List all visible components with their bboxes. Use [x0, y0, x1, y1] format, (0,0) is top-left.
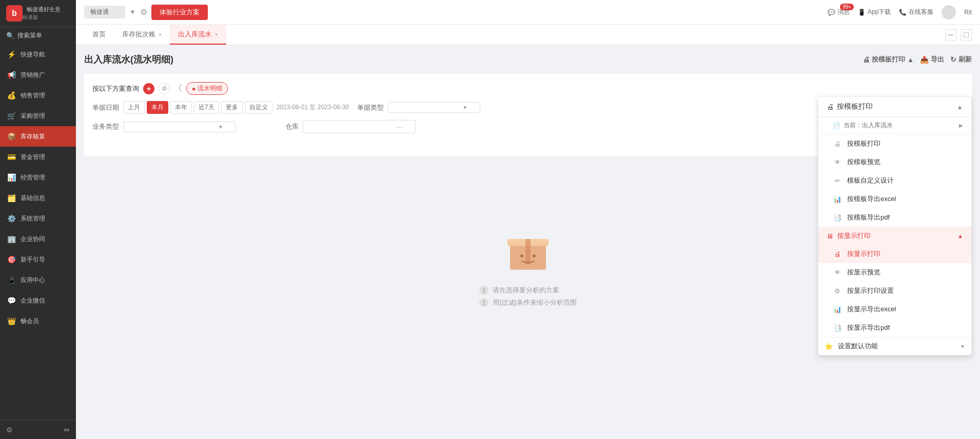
dp-display-preview[interactable]: 👁 按显示预览	[818, 263, 971, 282]
tab-batch-close[interactable]: ×	[159, 31, 162, 37]
sidebar-item-basic[interactable]: 🗂️ 基础信息	[0, 188, 76, 208]
sidebar-item-operations[interactable]: 📊 经营管理	[0, 167, 76, 188]
topbar-gear-icon[interactable]: ⚙	[140, 7, 147, 17]
empty-tips: 1 请先选择要分析的方案 2 用[过滤]条件来缩小分析范围	[479, 286, 576, 310]
date-more-btn[interactable]: 更多	[221, 101, 243, 114]
service-label: 在线客服	[909, 8, 933, 16]
biz-type-arrow-icon: ▼	[218, 124, 223, 130]
dp-display-export-excel[interactable]: 📊 按显示导出excel	[818, 300, 971, 318]
print-dropdown-panel: 🖨 按模板打印 ▲ 📄 当前：出入库流水 ▶ 🖨 按模板打印 👁	[818, 96, 972, 355]
system-icon: ⚙️	[6, 213, 16, 224]
tip-text-2: 用[过滤]条件来缩小分析范围	[493, 298, 576, 307]
logo-sub: 标准版	[23, 14, 61, 21]
dp-display-print-label: 按显示打印	[847, 249, 880, 258]
inventory-icon: 📦	[6, 131, 16, 142]
date-this-month-btn[interactable]: 本月	[147, 101, 168, 114]
dp-display-label: 按显示打印	[837, 231, 871, 241]
tab-bar: 首页 库存批次账 × 出入库流水 × ─ □	[76, 25, 980, 45]
refresh-button[interactable]: ↻ 刷新	[950, 55, 972, 64]
tab-maximize-btn[interactable]: □	[961, 29, 972, 41]
export-button[interactable]: 📤 导出	[920, 55, 944, 64]
warehouse-label: 仓库	[285, 122, 299, 131]
filter-add-btn[interactable]: +	[143, 83, 154, 94]
filter-settings-btn[interactable]: ⚙	[159, 83, 170, 94]
sidebar-search[interactable]: 🔍 搜索菜单	[0, 27, 76, 44]
corp-icon: 🏢	[6, 234, 16, 244]
dp-current-selection[interactable]: 📄 当前：出入库流水 ▶	[818, 117, 971, 134]
warehouse-select[interactable]: ···	[303, 120, 416, 133]
date-last-month-btn[interactable]: 上月	[123, 101, 145, 114]
tab-flow[interactable]: 出入库流水 ×	[170, 25, 226, 45]
avatar[interactable]	[942, 5, 956, 19]
sidebar-item-inventory[interactable]: 📦 库存核算	[0, 126, 76, 147]
flow-detail-tag[interactable]: ● 流水明细	[186, 82, 228, 95]
print-button[interactable]: 🖨 按模板打印 ▲	[863, 55, 914, 64]
sidebar-item-finance[interactable]: 💳 资金管理	[0, 147, 76, 167]
dp-template-custom[interactable]: ✏ 模板自定义设计	[818, 171, 971, 190]
username-display[interactable]: Rit	[964, 9, 972, 16]
dp-template-print-label: 按模板打印	[847, 139, 880, 148]
date-7days-btn[interactable]: 近7天	[194, 101, 219, 114]
dp-display-section[interactable]: 🖥 按显示打印 ▲	[818, 227, 971, 245]
dp-display-pdf-label: 按显示导出pdf	[847, 323, 890, 332]
sidebar-item-corp[interactable]: 🏢 企业协同	[0, 229, 76, 249]
topbar-left: 畅捷通 ▼ ⚙ 体验行业方案	[84, 5, 208, 20]
dp-display-export-pdf[interactable]: 📑 按显示导出pdf	[818, 318, 971, 337]
empty-tip-1: 1 请先选择要分析的方案	[479, 286, 576, 295]
sidebar-label-app-center: 应用中心	[21, 276, 45, 285]
sidebar-item-member[interactable]: 👑 畅会员	[0, 311, 76, 331]
sidebar-item-wechat[interactable]: 💬 企业微信	[0, 290, 76, 311]
settings-bottom-btn[interactable]: ⚙	[6, 426, 13, 434]
svg-point-3	[520, 254, 523, 257]
dp-display-print[interactable]: 🖨 按显示打印	[818, 245, 971, 263]
tab-home[interactable]: 首页	[84, 25, 114, 45]
biz-type-select[interactable]: ▼	[123, 122, 236, 132]
sidebar-label-purchase: 采购管理	[21, 112, 45, 121]
service-icon: 📞	[899, 9, 907, 16]
search-label: 搜索菜单	[17, 31, 42, 40]
dp-display-print-settings[interactable]: ⚙ 按显示打印设置	[818, 282, 971, 300]
sidebar-item-app-center[interactable]: 📱 应用中心	[0, 270, 76, 290]
collapse-sidebar-btn[interactable]: ⇔	[64, 426, 70, 434]
dp-display-excel-icon: 📊	[833, 305, 842, 314]
topbar-message[interactable]: 💬 消息 99+	[828, 8, 850, 16]
sidebar-item-sales[interactable]: 💰 销售管理	[0, 85, 76, 106]
dp-collapse-btn[interactable]: ▲	[956, 103, 963, 111]
tab-controls: ─ □	[945, 25, 972, 45]
topbar-dropdown-icon[interactable]: ▼	[129, 8, 136, 16]
sidebar-item-marketing[interactable]: 📢 营销推广	[0, 65, 76, 85]
sidebar-item-system[interactable]: ⚙️ 系统管理	[0, 208, 76, 229]
topbar-user[interactable]: 畅捷通	[84, 6, 125, 18]
dp-title: 🖨 按模板打印	[827, 102, 873, 111]
date-this-year-btn[interactable]: 本年	[170, 101, 192, 114]
page-title-actions: 🖨 按模板打印 ▲ 📤 导出 ↻ 刷新	[863, 55, 972, 64]
sidebar-label-marketing: 营销推广	[21, 71, 45, 79]
date-custom-btn[interactable]: 自定义	[245, 101, 272, 114]
dp-template-print[interactable]: 🖨 按模板打印	[818, 134, 971, 153]
sidebar-item-guide[interactable]: 🎯 新手引导	[0, 249, 76, 270]
sidebar-label-corp: 企业协同	[21, 235, 45, 244]
sidebar-item-quick-nav[interactable]: ⚡ 快捷导航	[0, 44, 76, 65]
trial-button[interactable]: 体验行业方案	[151, 5, 208, 20]
topbar-online-service[interactable]: 📞 在线客服	[899, 8, 933, 16]
dp-template-export-excel[interactable]: 📊 按模板导出excel	[818, 190, 971, 208]
sidebar-label-sales: 销售管理	[21, 91, 45, 100]
tab-flow-close[interactable]: ×	[214, 31, 218, 37]
dp-display-collapse-icon: ▲	[957, 233, 963, 239]
basic-icon: 🗂️	[6, 193, 16, 203]
topbar-app-download[interactable]: 📱 App下载	[858, 8, 891, 16]
dp-template-export-pdf[interactable]: 📑 按模板导出pdf	[818, 208, 971, 227]
dp-template-preview[interactable]: 👁 按模板预览	[818, 153, 971, 171]
dp-set-default[interactable]: ⭐ 设置默认功能 ▼	[818, 337, 971, 355]
filter-collapse-btn[interactable]: 《	[174, 83, 182, 94]
dp-display-icon: 🖥	[827, 232, 833, 240]
sidebar-label-system: 系统管理	[21, 214, 45, 223]
doc-type-select[interactable]: ▼	[388, 102, 480, 113]
sidebar-item-purchase[interactable]: 🛒 采购管理	[0, 106, 76, 126]
dp-template-preview-label: 按模板预览	[847, 157, 880, 167]
sidebar-label-finance: 资金管理	[21, 153, 45, 162]
tab-batch-account[interactable]: 库存批次账 ×	[114, 25, 170, 45]
empty-illustration	[502, 226, 554, 277]
sidebar-label-member: 畅会员	[21, 317, 39, 326]
tab-minimize-btn[interactable]: ─	[945, 29, 956, 41]
